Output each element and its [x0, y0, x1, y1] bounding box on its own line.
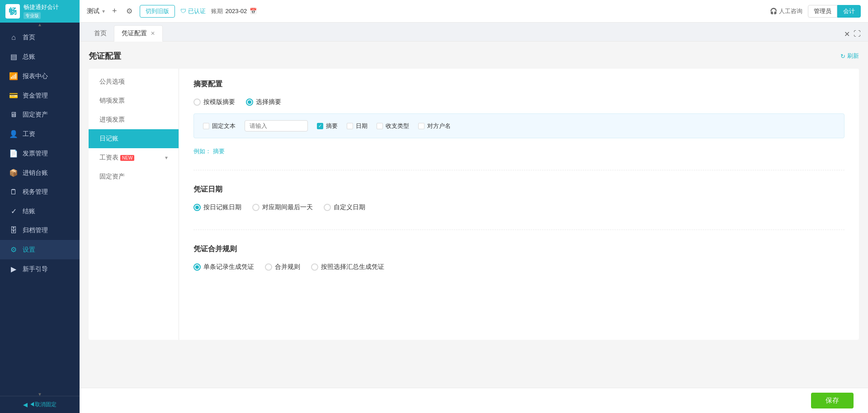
left-nav: 公共选项 销项发票 进项发票 日记账 工资表 NEW	[89, 69, 179, 340]
settings-gear-icon[interactable]: ⚙	[124, 5, 134, 17]
checkbox-pay-type-box	[377, 123, 383, 129]
sidebar-nav: ⌂ 首页 ▤ 总账 📶 报表中心 💳 资金管理 🖥 固定资产 👤 工资 📄 发票…	[0, 26, 80, 392]
radio-period-last-circle	[252, 204, 259, 211]
radio-custom-date[interactable]: 自定义日期	[324, 203, 365, 211]
archive-icon: 🗄	[9, 226, 18, 235]
example-row: 例如： 摘要	[193, 144, 844, 159]
calendar-icon: 📅	[250, 8, 257, 14]
checkbox-summary[interactable]: ✓ 摘要	[317, 122, 338, 130]
tab-close-button[interactable]: ✕	[844, 30, 850, 38]
merge-radio-group: 单条记录生成凭证 合并规则 按照选择汇总生成凭证	[193, 263, 844, 271]
checkbox-fixed-text-box	[203, 123, 209, 129]
asset-icon: 🖥	[9, 111, 18, 119]
payroll-chevron-icon: ▾	[165, 155, 168, 161]
sidebar-logo: 畅 畅捷通好会计 专业版	[0, 0, 80, 23]
left-nav-item-diary[interactable]: 日记账	[89, 129, 179, 148]
fund-icon: 💳	[9, 91, 18, 100]
sidebar-item-close[interactable]: ✓ 结账	[0, 202, 80, 221]
checkbox-fixed-text[interactable]: 固定文本	[203, 122, 236, 130]
role-button[interactable]: 会计	[837, 5, 861, 18]
left-nav-item-payroll[interactable]: 工资表 NEW ▾	[89, 148, 179, 167]
sidebar-item-sales[interactable]: 📦 进销台账	[0, 163, 80, 183]
sidebar-item-settings[interactable]: ⚙ 设置	[0, 240, 80, 259]
content-scroll: 凭证配置 ↻ 刷新 公共选项 销项发票	[80, 42, 868, 413]
left-nav-item-sales-invoice[interactable]: 销项发票	[89, 91, 179, 110]
left-nav-item-public[interactable]: 公共选项	[89, 72, 179, 91]
left-nav-item-purchase-invoice[interactable]: 进项发票	[89, 110, 179, 129]
salary-icon: 👤	[9, 130, 18, 138]
home-icon: ⌂	[9, 33, 18, 42]
sales-icon: 📦	[9, 169, 18, 177]
save-button[interactable]: 保存	[811, 393, 854, 408]
sidebar-pin-button[interactable]: ◀ ◀取消固定	[0, 396, 80, 413]
main-area: 测试 ▾ + ⚙ 切到旧版 🛡 已认证 账期 2023-02 📅 🎧 人工咨询 …	[80, 0, 868, 413]
add-button[interactable]: +	[110, 5, 119, 18]
tab-fullscreen-button[interactable]: ⛶	[854, 30, 861, 38]
invoice-icon: 📄	[9, 149, 18, 158]
tax-icon: 🗒	[9, 188, 18, 196]
sidebar-item-invoice[interactable]: 📄 发票管理	[0, 144, 80, 163]
fixed-text-input[interactable]	[245, 120, 308, 131]
sidebar-item-asset[interactable]: 🖥 固定资产	[0, 105, 80, 124]
radio-template[interactable]: 按模版摘要	[193, 98, 235, 106]
pin-icon: ◀	[23, 401, 28, 408]
summary-title: 摘要配置	[193, 80, 844, 89]
page-header: 凭证配置 ↻ 刷新	[89, 51, 859, 61]
tabbar: 首页 凭证配置 ✕ ✕ ⛶	[80, 23, 868, 42]
left-nav-item-fixed-assets[interactable]: 固定资产	[89, 167, 179, 186]
settings-icon: ⚙	[9, 245, 18, 254]
radio-single[interactable]: 单条记录生成凭证	[193, 263, 254, 271]
radio-diary-date[interactable]: 按日记账日期	[193, 203, 241, 211]
checkbox-summary-box: ✓	[317, 123, 323, 129]
merge-title: 凭证合并规则	[193, 244, 844, 254]
user-button[interactable]: 管理员	[808, 5, 837, 18]
period-selector[interactable]: 账期 2023-02 📅	[211, 7, 257, 15]
radio-select-merge[interactable]: 按照选择汇总生成凭证	[311, 263, 384, 271]
ledger-icon: ▤	[9, 52, 18, 61]
inner-layout: 公共选项 销项发票 进项发票 日记账 工资表 NEW	[89, 69, 859, 340]
sidebar-item-salary[interactable]: 👤 工资	[0, 124, 80, 144]
section-merge: 凭证合并规则 单条记录生成凭证 合并规则	[193, 244, 844, 289]
company-chevron-icon: ▾	[102, 8, 105, 14]
sidebar-item-tax[interactable]: 🗒 税务管理	[0, 183, 80, 202]
date-radio-group: 按日记账日期 对应期间最后一天 自定义日期	[193, 203, 844, 211]
sidebar-item-home[interactable]: ⌂ 首页	[0, 28, 80, 47]
right-content: 摘要配置 按模版摘要 选择摘要	[179, 69, 859, 340]
report-icon: 📶	[9, 72, 18, 80]
consult-button[interactable]: 🎧 人工咨询	[770, 7, 802, 15]
refresh-icon: ↻	[840, 53, 845, 60]
radio-select-merge-circle	[311, 263, 318, 271]
checkbox-counterparty[interactable]: 对方户名	[418, 122, 451, 130]
topbar: 测试 ▾ + ⚙ 切到旧版 🛡 已认证 账期 2023-02 📅 🎧 人工咨询 …	[80, 0, 868, 23]
company-selector[interactable]: 测试 ▾	[87, 7, 105, 15]
sidebar-item-guide[interactable]: ▶ 新手引导	[0, 259, 80, 279]
company-name: 测试	[87, 7, 99, 15]
sidebar-scroll-down[interactable]: ▼	[0, 392, 80, 396]
radio-select-circle	[246, 99, 253, 106]
sidebar-item-fund[interactable]: 💳 资金管理	[0, 86, 80, 105]
content-area: 凭证配置 ↻ 刷新 公共选项 销项发票	[80, 42, 868, 413]
old-version-button[interactable]: 切到旧版	[140, 5, 175, 18]
radio-merge-rule[interactable]: 合并规则	[265, 263, 300, 271]
radio-period-last[interactable]: 对应期间最后一天	[252, 203, 313, 211]
summary-checkbox-row: 固定文本 ✓ 摘要 日期	[193, 113, 844, 138]
tab-close-icon[interactable]: ✕	[151, 30, 155, 37]
sidebar-scroll-up[interactable]: ▲	[0, 23, 80, 26]
sidebar-item-ledger[interactable]: ▤ 总账	[0, 47, 80, 66]
radio-merge-rule-circle	[265, 263, 272, 271]
page: 凭证配置 ↻ 刷新 公共选项 销项发票	[80, 42, 868, 413]
tab-home[interactable]: 首页	[87, 26, 114, 41]
sidebar-item-report[interactable]: 📶 报表中心	[0, 66, 80, 86]
checkbox-date-box	[347, 123, 353, 129]
new-badge: NEW	[120, 155, 134, 161]
section-date: 凭证日期 按日记账日期 对应期间最后一天	[193, 185, 844, 230]
radio-select[interactable]: 选择摘要	[246, 98, 281, 106]
guide-icon: ▶	[9, 265, 18, 273]
checkbox-pay-type[interactable]: 收支类型	[377, 122, 409, 130]
sidebar-item-archive[interactable]: 🗄 归档管理	[0, 221, 80, 240]
tab-voucher-config[interactable]: 凭证配置 ✕	[114, 25, 163, 42]
checkbox-date[interactable]: 日期	[347, 122, 368, 130]
refresh-button[interactable]: ↻ 刷新	[840, 52, 859, 60]
radio-single-circle	[193, 263, 201, 271]
example-label: 例如：	[193, 148, 211, 155]
